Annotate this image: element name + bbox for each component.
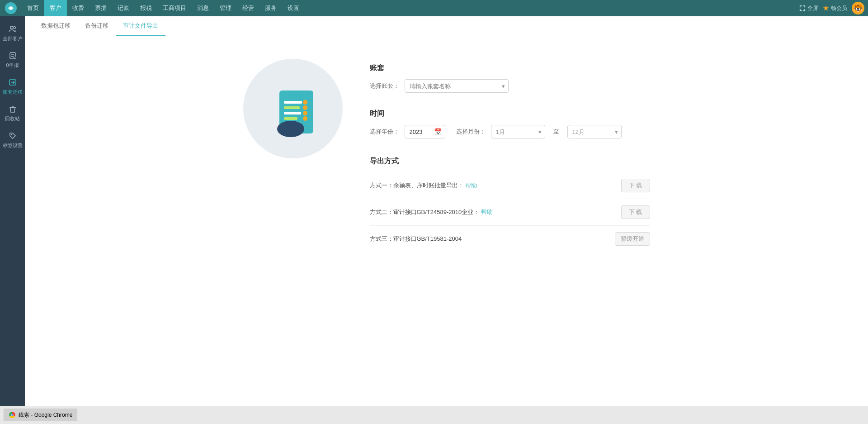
sidebar-item-all-customers[interactable]: 全部客户 (0, 20, 25, 47)
left-sidebar: 全部客户 0 0申报 账套迁移 回收站 (0, 16, 25, 406)
right-form: 账套 选择账套： ▾ 时间 选择年份： (370, 59, 650, 252)
svg-point-8 (10, 134, 11, 135)
nav-operation[interactable]: 经营 (237, 0, 259, 16)
svg-point-3 (13, 27, 15, 29)
svg-point-26 (11, 414, 13, 416)
account-section: 账套 选择账套： ▾ (370, 63, 650, 96)
end-month-wrapper: 1月2月3月4月 5月6月7月8月 9月10月11月12月 ▾ (567, 125, 622, 138)
sidebar-label-migrate: 账套迁移 (3, 89, 23, 95)
time-section: 时间 选择年份： 📅 选择月份： 1月2月3月4月 5 (370, 109, 650, 142)
tab-audit-export[interactable]: 审计文件导出 (116, 16, 165, 36)
export-method-2-text: 方式二：审计接口GB/T24589-2010企业： 帮助 (370, 208, 493, 216)
time-row: 选择年份： 📅 选择月份： 1月2月3月4月 5月6月7月8月 9月10 (370, 125, 650, 138)
main-layout: 全部客户 0 0申报 账套迁移 回收站 (0, 16, 868, 406)
nav-items: 首页 客户 收费 票据 记账 报税 工商项目 消息 管理 经营 服务 设置 (22, 0, 799, 16)
svg-point-15 (303, 105, 307, 110)
start-month-wrapper: 1月2月3月4月 5月6月7月8月 9月10月11月12月 ▾ (491, 125, 545, 138)
svg-rect-21 (293, 122, 298, 133)
form-wrapper: 账套 选择账套： ▾ 时间 选择年份： (243, 59, 650, 252)
sidebar-label-zero-report: 0申报 (6, 62, 19, 69)
export-method-3: 方式三：审计接口GB/T19581-2004 暂缓开通 (370, 226, 650, 252)
svg-rect-10 (284, 101, 302, 104)
nav-tax[interactable]: 报税 (135, 0, 157, 16)
svg-rect-20 (288, 121, 293, 133)
export-method-3-text: 方式三：审计接口GB/T19581-2004 (370, 235, 462, 243)
sidebar-label-all-customers: 全部客户 (3, 35, 23, 42)
illustration-circle (243, 59, 343, 158)
nav-customer[interactable]: 客户 (44, 0, 67, 16)
export-method-1: 方式一：余额表、序时账批量导出： 帮助 下 载 (370, 172, 650, 199)
svg-point-2 (10, 26, 13, 29)
sidebar-item-trash[interactable]: 回收站 (0, 100, 25, 127)
year-input[interactable] (405, 125, 445, 138)
fullscreen-label: 全屏 (807, 5, 818, 12)
nav-manage[interactable]: 管理 (214, 0, 237, 16)
svg-point-14 (303, 100, 307, 105)
svg-rect-11 (284, 106, 300, 109)
nav-settings[interactable]: 设置 (282, 0, 305, 16)
nav-home[interactable]: 首页 (22, 0, 44, 16)
tab-data-migration[interactable]: 数据包迁移 (34, 16, 78, 36)
svg-rect-13 (284, 117, 297, 120)
start-month-select[interactable]: 1月2月3月4月 5月6月7月8月 9月10月11月12月 (491, 125, 545, 138)
time-title: 时间 (370, 109, 650, 119)
account-input[interactable] (405, 79, 509, 93)
member-label: 畅会员 (831, 5, 847, 12)
svg-rect-22 (298, 124, 303, 133)
top-nav-right: 全屏 畅会员 🐯 (799, 2, 864, 14)
nav-message[interactable]: 消息 (192, 0, 214, 16)
end-month-select[interactable]: 1月2月3月4月 5月6月7月8月 9月10月11月12月 (567, 125, 622, 138)
method-2-help-link[interactable]: 帮助 (481, 209, 493, 215)
nav-invoice[interactable]: 票据 (90, 0, 112, 16)
svg-point-16 (303, 111, 307, 115)
sidebar-item-tag-settings[interactable]: 标签设置 (0, 127, 25, 153)
sidebar-label-trash: 回收站 (5, 115, 20, 122)
taskbar-chrome-label: 线索 - Google Chrome (19, 411, 72, 419)
svg-rect-12 (284, 112, 301, 114)
to-text: 至 (551, 128, 562, 136)
export-method-1-text: 方式一：余额表、序时账批量导出： 帮助 (370, 181, 477, 190)
nav-fee[interactable]: 收费 (67, 0, 90, 16)
sidebar-item-zero-report[interactable]: 0 0申报 (0, 47, 25, 73)
sidebar-item-migrate[interactable]: 账套迁移 (0, 73, 25, 100)
year-label: 选择年份： (370, 128, 399, 136)
tab-backup-migration[interactable]: 备份迁移 (78, 16, 116, 36)
svg-point-17 (303, 116, 307, 121)
illustration-area (243, 59, 343, 158)
nav-business[interactable]: 工商项目 (157, 0, 192, 16)
month-label: 选择月份： (456, 128, 486, 136)
fullscreen-button[interactable]: 全屏 (799, 5, 818, 12)
page-content: 账套 选择账套： ▾ 时间 选择年份： (25, 36, 868, 406)
taskbar: 线索 - Google Chrome (0, 406, 868, 424)
svg-point-1 (9, 7, 12, 10)
year-input-wrapper: 📅 (405, 125, 445, 138)
export-title: 导出方式 (370, 157, 650, 166)
account-select-label: 选择账套： (370, 82, 399, 90)
nav-service[interactable]: 服务 (259, 0, 282, 16)
export-method-2: 方式二：审计接口GB/T24589-2010企业： 帮助 下 载 (370, 199, 650, 226)
method-2-download-button[interactable]: 下 载 (621, 205, 650, 219)
account-title: 账套 (370, 63, 650, 73)
sidebar-label-tag: 标签设置 (3, 142, 23, 149)
taskbar-chrome-item[interactable]: 线索 - Google Chrome (4, 409, 77, 421)
svg-rect-19 (282, 122, 288, 136)
account-input-wrapper: ▾ (405, 79, 509, 93)
method-1-download-button[interactable]: 下 载 (621, 179, 650, 192)
account-row: 选择账套： ▾ (370, 79, 650, 93)
tab-bar: 数据包迁移 备份迁移 审计文件导出 (25, 16, 868, 36)
top-nav: 首页 客户 收费 票据 记账 报税 工商项目 消息 管理 经营 服务 设置 全屏… (0, 0, 868, 16)
export-section: 导出方式 方式一：余额表、序时账批量导出： 帮助 下 载 (370, 157, 650, 252)
method-3-coming-soon-button: 暂缓开通 (615, 232, 650, 246)
member-button[interactable]: 畅会员 (823, 5, 847, 12)
chrome-icon (9, 411, 16, 419)
content-area: 数据包迁移 备份迁移 审计文件导出 (25, 16, 868, 406)
method-1-help-link[interactable]: 帮助 (465, 182, 477, 189)
avatar[interactable]: 🐯 (852, 2, 864, 14)
app-logo (4, 1, 18, 15)
nav-bookkeeping[interactable]: 记账 (112, 0, 135, 16)
